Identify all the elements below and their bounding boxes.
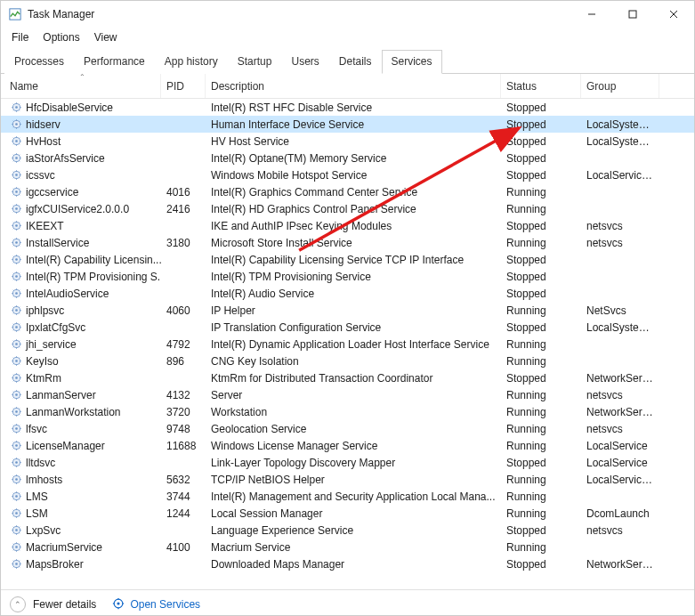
svg-line-181	[12, 392, 13, 393]
table-row[interactable]: lmhosts5632TCP/IP NetBIOS HelperRunningL…	[1, 471, 694, 488]
table-row[interactable]: iaStorAfsServiceIntel(R) Optane(TM) Memo…	[1, 150, 694, 166]
service-rows[interactable]: HfcDisableServiceIntel(R) RST HFC Disabl…	[1, 99, 694, 590]
svg-line-121	[12, 290, 13, 291]
table-row[interactable]: LxpSvcLanguage Experience ServiceStopped…	[1, 522, 694, 539]
service-gear-icon	[10, 423, 22, 435]
table-row[interactable]: LMS3744Intel(R) Management and Security …	[1, 488, 694, 505]
service-group: LocalService	[581, 457, 659, 469]
service-description: Intel(R) TPM Provisioning Service	[206, 271, 501, 283]
table-row[interactable]: igfxCUIService2.0.0.02416Intel(R) HD Gra…	[1, 200, 694, 217]
menu-view[interactable]: View	[89, 29, 123, 45]
menubar: File Options View	[1, 28, 694, 49]
service-gear-icon	[10, 338, 22, 351]
service-name: IpxlatCfgSvc	[26, 321, 85, 334]
menu-file[interactable]: File	[6, 29, 34, 45]
tab-performance[interactable]: Performance	[74, 50, 155, 74]
service-description: Downloaded Maps Manager	[206, 558, 501, 571]
svg-line-54	[12, 177, 13, 178]
close-button[interactable]	[653, 1, 694, 28]
service-pid: 3744	[161, 490, 206, 503]
tab-app-history[interactable]: App history	[155, 50, 228, 74]
service-name: HvHost	[26, 135, 61, 148]
service-description: Language Experience Service	[206, 524, 501, 537]
table-row[interactable]: LicenseManager11688Windows License Manag…	[1, 437, 694, 454]
svg-point-6	[15, 106, 18, 109]
sort-ascending-icon: ⌃	[79, 74, 85, 81]
tab-details[interactable]: Details	[329, 50, 382, 74]
table-row[interactable]: HvHostHV Host ServiceStoppedLocalSystemN…	[1, 133, 694, 150]
tab-processes[interactable]: Processes	[4, 50, 74, 74]
table-row[interactable]: HfcDisableServiceIntel(R) RST HFC Disabl…	[1, 99, 694, 116]
service-status: Running	[501, 355, 581, 368]
svg-line-272	[19, 549, 20, 550]
table-row[interactable]: jhi_service4792Intel(R) Dynamic Applicat…	[1, 336, 694, 353]
service-name: LMS	[26, 490, 48, 503]
svg-line-123	[19, 290, 20, 291]
service-gear-icon	[10, 321, 22, 334]
service-description: Windows License Manager Service	[206, 440, 501, 452]
table-row[interactable]: igccservice4016Intel(R) Graphics Command…	[1, 183, 694, 200]
service-description: Intel(R) Optane(TM) Memory Service	[206, 152, 501, 165]
table-row[interactable]: iphlpsvc4060IP HelperRunningNetSvcs	[1, 302, 694, 319]
table-row[interactable]: LanmanWorkstation3720WorkstationRunningN…	[1, 403, 694, 420]
table-row[interactable]: hidservHuman Interface Device ServiceSto…	[1, 116, 694, 133]
window-title: Task Manager	[28, 8, 94, 20]
service-name: MapsBroker	[26, 558, 84, 571]
table-row[interactable]: IpxlatCfgSvcIP Translation Configuration…	[1, 319, 694, 336]
svg-point-276	[15, 563, 18, 565]
service-description: KtmRm for Distributed Transaction Coordi…	[206, 372, 501, 385]
table-row[interactable]: KtmRmKtmRm for Distributed Transaction C…	[1, 369, 694, 386]
svg-line-202	[19, 431, 20, 432]
service-name: icssvc	[26, 169, 55, 182]
service-pid: 4100	[161, 541, 206, 554]
col-header-pid[interactable]: PID	[161, 74, 206, 98]
fewer-details-button[interactable]: ⌃ Fewer details	[10, 596, 96, 612]
svg-line-11	[12, 104, 13, 105]
svg-point-266	[15, 546, 18, 548]
service-name: IKEEXT	[26, 220, 64, 232]
service-description: Macrium Service	[206, 541, 501, 554]
svg-point-46	[15, 174, 18, 176]
svg-line-93	[19, 239, 20, 240]
open-services-link[interactable]: Open Services	[112, 597, 200, 612]
table-row[interactable]: LSM1244Local Session ManagerRunningDcomL…	[1, 505, 694, 522]
service-status: Stopped	[501, 288, 581, 300]
tab-services[interactable]: Services	[382, 50, 442, 74]
tab-startup[interactable]: Startup	[228, 50, 282, 74]
col-header-group[interactable]: Group	[581, 74, 659, 98]
table-row[interactable]: IKEEXTIKE and AuthIP IPsec Keying Module…	[1, 217, 694, 234]
table-row[interactable]: MapsBrokerDownloaded Maps ManagerStopped…	[1, 555, 694, 572]
maximize-button[interactable]	[612, 1, 653, 28]
service-name: lltdsvc	[26, 457, 55, 469]
service-status: Running	[501, 507, 581, 520]
col-header-description[interactable]: Description	[206, 74, 501, 98]
table-row[interactable]: Intel(R) TPM Provisioning S...Intel(R) T…	[1, 268, 694, 285]
menu-options[interactable]: Options	[37, 29, 85, 45]
table-row[interactable]: lltdsvcLink-Layer Topology Discovery Map…	[1, 454, 694, 471]
table-row[interactable]: Intel(R) Capability Licensin...Intel(R) …	[1, 251, 694, 268]
table-row[interactable]: KeyIso896CNG Key IsolationRunning	[1, 353, 694, 369]
col-header-status[interactable]: Status	[501, 74, 581, 98]
tab-users[interactable]: Users	[281, 50, 328, 74]
table-row[interactable]: IntelAudioServiceIntel(R) Audio ServiceS…	[1, 285, 694, 302]
table-row[interactable]: lfsvc9748Geolocation ServiceRunningnetsv…	[1, 420, 694, 437]
footer-bar: ⌃ Fewer details Open Services	[1, 590, 694, 616]
table-row[interactable]: LanmanServer4132ServerRunningnetsvcs	[1, 386, 694, 403]
col-header-name[interactable]: Name ⌃	[4, 74, 161, 98]
svg-line-72	[19, 211, 20, 212]
svg-line-222	[19, 465, 20, 466]
svg-point-76	[15, 224, 18, 227]
svg-line-71	[12, 206, 13, 207]
service-description: Link-Layer Topology Discovery Mapper	[206, 457, 501, 469]
svg-line-161	[12, 358, 13, 359]
service-gear-icon	[10, 118, 22, 131]
service-gear-icon	[10, 237, 22, 249]
gear-icon	[112, 597, 125, 612]
table-row[interactable]: MacriumService4100Macrium ServiceRunning	[1, 539, 694, 555]
table-row[interactable]: InstallService3180Microsoft Store Instal…	[1, 234, 694, 251]
svg-rect-2	[629, 11, 636, 18]
table-row[interactable]: icssvcWindows Mobile Hotspot ServiceStop…	[1, 166, 694, 183]
minimize-button[interactable]	[571, 1, 612, 28]
service-group: netsvcs	[581, 389, 659, 401]
svg-line-64	[12, 194, 13, 195]
